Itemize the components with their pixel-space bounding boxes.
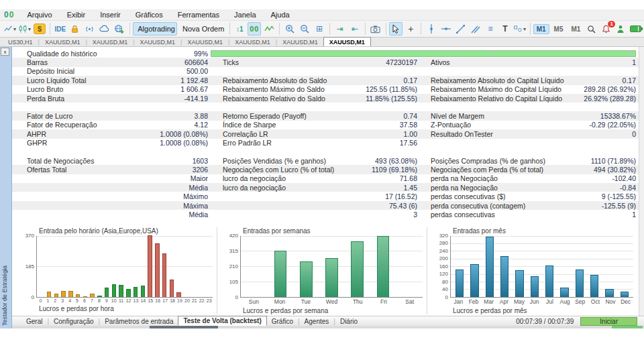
stat-label: lucro da negociação (223, 174, 350, 182)
stat-label: Posições Vendidas (% e ganhos) (223, 157, 350, 165)
bars (241, 236, 423, 297)
zoom-in-button[interactable] (283, 22, 297, 36)
stat-value: -102.40 (569, 174, 636, 182)
x-tick-label: Sat (396, 298, 423, 305)
empty-area (0, 328, 644, 362)
stat-value: 1.45 (350, 184, 417, 192)
bar (68, 291, 72, 297)
expand-right-button[interactable]: ⇥ (333, 22, 347, 36)
timeframe-button-0[interactable]: M1 (533, 24, 549, 34)
tester-tab-0[interactable]: Geral (21, 318, 47, 325)
ide-button[interactable]: IDE (54, 22, 67, 36)
shapes-tool-button[interactable]: ▾ (513, 22, 527, 36)
chart-tab-7[interactable]: XAUUSD,M1 (323, 37, 371, 46)
y-tick-label: 105 (229, 279, 238, 285)
bar (515, 270, 523, 296)
menu-item-janela[interactable]: Janela (227, 11, 263, 19)
stat-label: Nível de Margem (431, 112, 569, 120)
menu-item-ferramentas[interactable]: Ferramentas (170, 11, 227, 19)
zoom-out-button[interactable] (298, 22, 311, 36)
bar-slot (467, 236, 482, 297)
menu-item-inserir[interactable]: Inserir (93, 11, 128, 19)
x-tick-label: Sep (572, 298, 588, 305)
stat-label: Barras (27, 58, 154, 66)
bar (545, 265, 553, 296)
tester-tab-5[interactable]: Agentes (300, 318, 334, 325)
chart-3: Entradas por mês04080120160200240280320J… (433, 227, 637, 314)
timeframe-button-2[interactable]: M1 (568, 24, 584, 34)
screenshot-button[interactable] (369, 22, 382, 36)
vertical-line-tool-button[interactable] (425, 22, 438, 36)
menu-item-ajuda[interactable]: Ajuda (264, 11, 297, 19)
signals-button[interactable] (83, 22, 97, 36)
bar-slot (482, 236, 497, 297)
stat-value: 1110 (71.89%) (569, 157, 636, 165)
chart-tab-4[interactable]: XAUUSD,M1 (182, 38, 228, 46)
chart-tab-6[interactable]: XAUUSD,M1 (277, 38, 323, 46)
new-order-button[interactable]: Nova Ordem (178, 22, 226, 36)
tester-tab-2[interactable]: Parâmetros de entrada (100, 318, 178, 325)
chart-tab-2[interactable]: XAUUSD,M1 (87, 38, 133, 46)
timeframe-button-1[interactable]: M5 (551, 24, 567, 34)
fibo-lines-tool-button[interactable]: ≡ (484, 22, 497, 36)
x-tick-label: Dec (618, 298, 633, 305)
cursor-tool-button[interactable] (389, 22, 402, 36)
stat-row: Qualidade do histórico99% (12, 49, 644, 58)
trendline-tool-button[interactable] (454, 22, 468, 36)
tester-tab-3[interactable]: Teste de Volta (backtest) (178, 316, 266, 326)
deposit-button[interactable]: $ (33, 22, 46, 36)
notifications-button[interactable]: 1 (599, 22, 612, 36)
toolbar-separator (50, 23, 50, 35)
vps-button[interactable] (98, 22, 111, 36)
chart-tab-5[interactable]: XAUUSD,M1 (229, 38, 276, 46)
bar-slot (89, 236, 96, 297)
bar (576, 269, 584, 296)
chart-style-button[interactable]: ▾ (18, 22, 32, 36)
menu-item-exibir[interactable]: Exibir (60, 11, 93, 19)
scrollbar-thumb[interactable] (150, 326, 218, 328)
chart-tab-0[interactable]: US30,H1 (3, 38, 38, 46)
tester-tab-6[interactable]: Diário (335, 318, 362, 325)
candles-mode-button[interactable]: 00 (248, 22, 261, 36)
zigzag-button[interactable] (262, 22, 276, 36)
menu-item-arquivo[interactable]: Arquivo (19, 11, 59, 19)
channel-tool-button[interactable] (469, 22, 482, 36)
backtest-report: Qualidade do histórico99%Barras606604Tic… (12, 47, 644, 328)
stat-label: Perda Bruta (27, 95, 154, 103)
bar (97, 296, 101, 297)
stat-row: Depósito Inicial500.00 (12, 67, 644, 76)
toolbar-separator (421, 23, 421, 35)
collapse-left-button[interactable]: ⇤ (348, 22, 362, 36)
tester-tab-1[interactable]: Configuração (49, 318, 98, 325)
web-terminal-button[interactable] (113, 22, 126, 36)
stat-value: Máxima (154, 202, 208, 210)
close-panel-button[interactable]: x (1, 48, 9, 56)
text-tool-button[interactable]: T (498, 22, 512, 36)
tile-windows-button[interactable]: ⊞ (313, 22, 326, 36)
chevron-down-icon: ▾ (28, 26, 31, 32)
tick-chart-button[interactable]: ↕1 (233, 22, 246, 36)
menu-items: ArquivoExibirInserirGráficosFerramentasJ… (19, 11, 297, 19)
start-button[interactable]: Iniciar (580, 317, 637, 326)
algotrading-button[interactable]: Algotrading (133, 22, 176, 36)
stat-value: 17.56 (350, 139, 417, 147)
market-button[interactable] (68, 22, 82, 36)
chart-tab-3[interactable]: XAUUSD,M1 (135, 38, 181, 46)
stat-value: 1.00 (350, 130, 417, 138)
bar (126, 289, 130, 296)
report-scrollbar[interactable] (639, 47, 644, 316)
search-button[interactable] (584, 22, 598, 36)
chart-footer-label: Lucros e perdas por hora (39, 305, 213, 312)
x-tick-label: 21 (191, 298, 198, 303)
bar (176, 292, 180, 297)
horizontal-line-tool-button[interactable] (439, 22, 453, 36)
crosshair-tool-button[interactable]: + (404, 22, 417, 36)
bar-slot (527, 236, 542, 297)
community-button[interactable] (614, 22, 627, 36)
tester-tab-4[interactable]: Gráfico (267, 318, 298, 325)
menu-item-gráficos[interactable]: Gráficos (128, 11, 170, 19)
chart-type-button[interactable]: ▾ (3, 22, 17, 36)
bar (155, 243, 159, 297)
chart-tab-1[interactable]: XAUUSD,M1 (40, 38, 86, 46)
stat-value: 71.68 (350, 174, 417, 182)
